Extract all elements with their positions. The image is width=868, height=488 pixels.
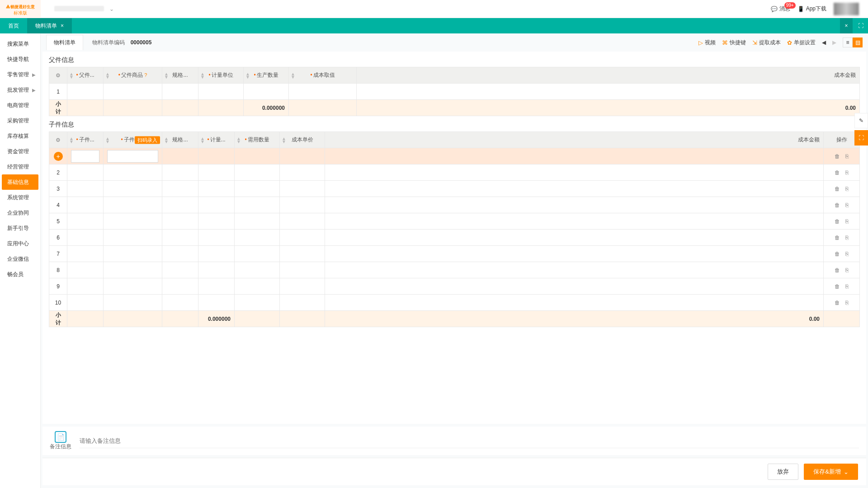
delete-icon[interactable]: 🗑 <box>835 283 840 290</box>
view-list-button[interactable]: ≡ <box>843 38 853 47</box>
sidebar-item-15[interactable]: 畅会员 <box>0 267 40 282</box>
cell-input[interactable] <box>107 150 158 163</box>
tab-home[interactable]: 首页 <box>0 18 27 33</box>
parent-col-6[interactable]: 成本金额 <box>357 67 860 84</box>
table-row[interactable]: 5🗑⎘ <box>49 213 860 230</box>
copy-icon[interactable]: ⎘ <box>845 235 849 241</box>
gear-icon[interactable]: ⚙ <box>56 137 61 143</box>
parent-col-4[interactable]: ▲▼•生产数量 <box>244 67 289 84</box>
sort-icon[interactable]: ▲▼ <box>105 72 110 79</box>
copy-icon[interactable]: ⎘ <box>845 218 849 225</box>
delete-icon[interactable]: 🗑 <box>835 235 840 241</box>
delete-icon[interactable]: 🗑 <box>835 202 840 208</box>
delete-icon[interactable]: 🗑 <box>835 267 840 273</box>
sort-icon[interactable]: ▲▼ <box>200 72 205 79</box>
sidebar-item-3[interactable]: 批发管理▶ <box>0 82 40 98</box>
sort-icon[interactable]: ▲▼ <box>164 137 169 143</box>
delete-icon[interactable]: 🗑 <box>835 251 840 257</box>
table-row[interactable]: 3🗑⎘ <box>49 181 860 197</box>
table-row[interactable]: 4🗑⎘ <box>49 197 860 213</box>
delete-icon[interactable]: 🗑 <box>835 153 840 160</box>
abandon-button[interactable]: 放弃 <box>768 464 798 480</box>
sidebar-item-13[interactable]: 应用中心 <box>0 236 40 251</box>
sidebar-item-4[interactable]: 电商管理 <box>0 98 40 113</box>
sidebar-item-2[interactable]: 零售管理▶ <box>0 67 40 82</box>
next-button[interactable]: ▶ <box>832 39 836 46</box>
sidebar-item-0[interactable]: 搜索菜单 <box>0 36 40 52</box>
sidebar-item-5[interactable]: 采购管理 <box>0 113 40 128</box>
parent-col-5[interactable]: ▲▼•成本取值 <box>289 67 357 84</box>
copy-icon[interactable]: ⎘ <box>845 202 849 208</box>
sidebar-item-8[interactable]: 经营管理 <box>0 159 40 174</box>
cell-input[interactable] <box>71 150 99 163</box>
child-col-5[interactable]: ▲▼成本单价 <box>280 132 325 148</box>
sidebar-item-10[interactable]: 系统管理 <box>0 190 40 205</box>
company-dropdown[interactable] <box>54 5 104 13</box>
sort-icon[interactable]: ▲▼ <box>69 72 74 79</box>
copy-icon[interactable]: ⎘ <box>845 153 849 160</box>
chevron-down-icon[interactable]: ⌄ <box>844 469 849 475</box>
close-icon[interactable]: × <box>61 23 64 29</box>
sidebar-item-7[interactable]: 资金管理 <box>0 144 40 159</box>
sort-icon[interactable]: ▲▼ <box>105 137 110 143</box>
remark-input[interactable] <box>80 434 859 448</box>
view-form-button[interactable]: ▤ <box>853 38 863 47</box>
sort-icon[interactable]: ▲▼ <box>69 137 74 143</box>
messages-button[interactable]: 💬 消息 99+ <box>771 5 790 13</box>
sort-icon[interactable]: ▲▼ <box>245 72 250 79</box>
parent-col-2[interactable]: ▲▼规格... <box>162 67 198 84</box>
copy-icon[interactable]: ⎘ <box>845 186 849 192</box>
sidebar-item-6[interactable]: 库存核算 <box>0 128 40 144</box>
sidebar-item-12[interactable]: 新手引导 <box>0 221 40 236</box>
tab-bom[interactable]: 物料清单 × <box>27 18 72 33</box>
extract-cost-button[interactable]: ⇲提取成本 <box>752 39 781 47</box>
help-icon[interactable]: ? <box>144 72 147 78</box>
parent-col-0[interactable]: ▲▼•父件... <box>67 67 104 84</box>
shortcut-button[interactable]: ⌘快捷键 <box>722 39 746 47</box>
save-new-button[interactable]: 保存&新增⌄ <box>804 464 858 480</box>
child-col-6[interactable]: 成本金额 <box>325 132 824 148</box>
sort-icon[interactable]: ▲▼ <box>236 137 241 143</box>
table-row[interactable]: 9🗑⎘ <box>49 278 860 295</box>
delete-icon[interactable]: 🗑 <box>835 300 840 306</box>
table-row[interactable]: 10🗑⎘ <box>49 295 860 311</box>
delete-icon[interactable]: 🗑 <box>835 218 840 225</box>
delete-icon[interactable]: 🗑 <box>835 169 840 176</box>
fullscreen-icon[interactable]: ⛶ <box>854 18 868 33</box>
avatar[interactable] <box>834 3 859 15</box>
child-col-2[interactable]: ▲▼规格... <box>162 132 198 148</box>
copy-icon[interactable]: ⎘ <box>845 169 849 176</box>
sidebar-item-1[interactable]: 快捷导航 <box>0 52 40 67</box>
pencil-icon[interactable]: ✎ <box>854 113 868 128</box>
table-row[interactable]: +🗑⎘ <box>49 148 860 164</box>
video-help-button[interactable]: ▷视频 <box>698 39 716 47</box>
parent-col-3[interactable]: ▲▼•计量单位 <box>198 67 244 84</box>
table-row[interactable]: 1 <box>49 84 860 100</box>
expand-icon[interactable]: ⛶ <box>854 130 868 145</box>
copy-icon[interactable]: ⎘ <box>845 300 849 306</box>
child-col-3[interactable]: ▲▼•计量... <box>198 132 235 148</box>
table-row[interactable]: 2🗑⎘ <box>49 164 860 181</box>
close-all-tabs-button[interactable]: × <box>840 18 853 33</box>
child-col-0[interactable]: ▲▼•子件... <box>67 132 104 148</box>
sort-icon[interactable]: ▲▼ <box>164 72 169 79</box>
delete-icon[interactable]: 🗑 <box>835 186 840 192</box>
table-row[interactable]: 8🗑⎘ <box>49 262 860 278</box>
child-col-1[interactable]: ▲▼•子件商...扫码录入 <box>104 132 162 148</box>
add-row-button[interactable]: + <box>54 152 63 161</box>
sidebar-item-14[interactable]: 企业微信 <box>0 251 40 267</box>
app-download-button[interactable]: 📱 App下载 <box>797 5 826 13</box>
prev-button[interactable]: ◀ <box>822 39 826 46</box>
sidebar-item-9[interactable]: 基础信息 <box>2 174 38 190</box>
sort-icon[interactable]: ▲▼ <box>200 137 205 143</box>
parent-col-1[interactable]: ▲▼•父件商品 ? <box>104 67 162 84</box>
copy-icon[interactable]: ⎘ <box>845 267 849 273</box>
sidebar-item-11[interactable]: 企业协同 <box>0 205 40 221</box>
child-col-4[interactable]: ▲▼•需用数量 <box>235 132 280 148</box>
copy-icon[interactable]: ⎘ <box>845 251 849 257</box>
chevron-down-icon[interactable]: ⌄ <box>109 6 114 12</box>
gear-icon[interactable]: ⚙ <box>56 72 61 79</box>
table-row[interactable]: 6🗑⎘ <box>49 230 860 246</box>
sort-icon[interactable]: ▲▼ <box>291 72 295 79</box>
table-row[interactable]: 7🗑⎘ <box>49 246 860 262</box>
